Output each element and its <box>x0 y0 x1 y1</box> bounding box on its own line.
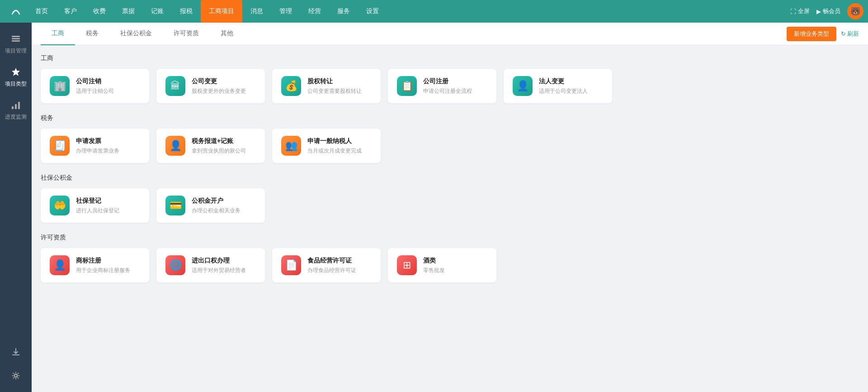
add-type-button[interactable]: 新增业务类型 <box>787 27 836 41</box>
card-desc-社保登记: 进行人员社保登记 <box>76 207 140 215</box>
card-公司变更[interactable]: 🏛公司变更股权变更外的业务变更 <box>156 69 265 103</box>
sidebar-item-progress[interactable]: 进度监测 <box>0 93 32 126</box>
card-公司注册[interactable]: 📋公司注册申请公司注册全流程 <box>388 69 496 103</box>
card-税务报道+记账[interactable]: 👤税务报道+记账拿到营业执照的新公司 <box>156 129 265 163</box>
nav-item-服务[interactable]: 服务 <box>329 0 358 23</box>
card-desc-申请发票: 办理申请发票业务 <box>76 147 140 155</box>
card-info-公司注销: 公司注销适用于注销公司 <box>76 77 140 95</box>
refresh-button[interactable]: ↻ 刷新 <box>841 30 859 38</box>
top-nav-right: ⛶ 全屏 ▶ 畅会员 🐻 <box>790 3 863 19</box>
nav-item-设置[interactable]: 设置 <box>358 0 387 23</box>
section-title-社保公积金: 社保公积金 <box>41 174 859 182</box>
card-法人变更[interactable]: 👤法人变更适用于公司变更法人 <box>504 69 612 103</box>
card-icon-公司注销: 🏢 <box>50 76 70 96</box>
card-title-商标注册: 商标注册 <box>76 257 140 265</box>
card-酒类[interactable]: ⊞酒类零售批发 <box>388 248 496 282</box>
scroll-content: 工商🏢公司注销适用于注销公司🏛公司变更股权变更外的业务变更💰股权转让公司变更需要… <box>32 45 868 392</box>
nav-item-首页[interactable]: 首页 <box>27 0 56 23</box>
nav-item-工商项目[interactable]: 工商项目 <box>201 0 242 23</box>
card-info-公司变更: 公司变更股权变更外的业务变更 <box>192 77 256 95</box>
sidebar-download[interactable] <box>0 340 32 364</box>
card-icon-进出口权办理: 🌐 <box>165 255 185 275</box>
tab-许可资质[interactable]: 许可资质 <box>163 23 210 45</box>
nav-item-收费[interactable]: 收费 <box>85 0 114 23</box>
fullscreen-icon: ⛶ <box>790 8 796 15</box>
card-title-公司注册: 公司注册 <box>423 77 487 86</box>
card-title-法人变更: 法人变更 <box>539 77 603 86</box>
tab-社保公积金[interactable]: 社保公积金 <box>109 23 163 45</box>
fullscreen-label: 全屏 <box>798 7 810 15</box>
section-title-许可资质: 许可资质 <box>41 234 859 242</box>
card-食品经营许可证[interactable]: 📄食品经营许可证办理食品经营许可证 <box>272 248 381 282</box>
nav-item-经营[interactable]: 经营 <box>300 0 329 23</box>
refresh-icon: ↻ <box>841 30 846 37</box>
svg-rect-0 <box>12 36 20 37</box>
svg-point-7 <box>14 374 17 377</box>
card-desc-进出口权办理: 适用于对外贸易经营者 <box>192 267 256 274</box>
card-股权转让[interactable]: 💰股权转让公司变更需要股权转让 <box>272 69 381 103</box>
project-type-icon <box>9 66 22 78</box>
nav-item-票据[interactable]: 票据 <box>114 0 143 23</box>
card-商标注册[interactable]: 👤商标注册用于企业商标注册服务 <box>41 248 149 282</box>
card-desc-税务报道+记账: 拿到营业执照的新公司 <box>192 147 256 155</box>
top-nav-menu: 首页客户收费票据记账报税工商项目消息管理经营服务设置 <box>27 0 790 23</box>
card-title-公积金开户: 公积金开户 <box>192 197 256 205</box>
nav-item-消息[interactable]: 消息 <box>242 0 271 23</box>
card-icon-申请一般纳税人: 👥 <box>281 136 301 156</box>
card-info-税务报道+记账: 税务报道+记账拿到营业执照的新公司 <box>192 137 256 155</box>
card-社保登记[interactable]: 🤲社保登记进行人员社保登记 <box>41 188 149 223</box>
card-desc-公司注销: 适用于注销公司 <box>76 87 140 95</box>
sidebar-label-progress: 进度监测 <box>5 113 27 121</box>
card-icon-食品经营许可证: 📄 <box>281 255 301 275</box>
svg-rect-5 <box>15 104 17 109</box>
sidebar-label-project-type: 项目类型 <box>5 80 27 88</box>
sidebar-item-project-type[interactable]: 项目类型 <box>0 60 32 93</box>
nav-item-管理[interactable]: 管理 <box>271 0 300 23</box>
section-title-工商: 工商 <box>41 54 859 62</box>
cards-grid-工商: 🏢公司注销适用于注销公司🏛公司变更股权变更外的业务变更💰股权转让公司变更需要股权… <box>41 69 859 103</box>
card-title-进出口权办理: 进出口权办理 <box>192 257 256 265</box>
cards-grid-税务: 🧾申请发票办理申请发票业务👤税务报道+记账拿到营业执照的新公司👥申请一般纳税人当… <box>41 129 859 163</box>
card-info-申请发票: 申请发票办理申请发票业务 <box>76 137 140 155</box>
section-title-税务: 税务 <box>41 114 859 122</box>
card-title-申请发票: 申请发票 <box>76 137 140 145</box>
card-icon-社保登记: 🤲 <box>50 196 70 215</box>
vip-btn[interactable]: ▶ 畅会员 <box>816 7 840 15</box>
card-icon-法人变更: 👤 <box>513 76 533 96</box>
vip-icon: ▶ <box>816 8 821 15</box>
card-公积金开户[interactable]: 💳公积金开户办理公积金相关业务 <box>156 188 265 223</box>
nav-item-记账[interactable]: 记账 <box>143 0 172 23</box>
card-title-股权转让: 股权转让 <box>307 77 372 86</box>
nav-item-报税[interactable]: 报税 <box>172 0 201 23</box>
svg-rect-4 <box>12 106 14 109</box>
card-desc-股权转让: 公司变更需要股权转让 <box>307 87 372 95</box>
card-进出口权办理[interactable]: 🌐进出口权办理适用于对外贸易经营者 <box>156 248 265 282</box>
section-工商: 工商🏢公司注销适用于注销公司🏛公司变更股权变更外的业务变更💰股权转让公司变更需要… <box>41 54 859 103</box>
card-info-申请一般纳税人: 申请一般纳税人当月或次月成变更完成 <box>307 137 372 155</box>
tab-bar: 工商税务社保公积金许可资质其他 新增业务类型 ↻ 刷新 <box>32 23 868 45</box>
project-mgmt-icon <box>9 33 22 45</box>
card-icon-商标注册: 👤 <box>50 255 70 275</box>
card-desc-酒类: 零售批发 <box>423 267 487 274</box>
card-icon-酒类: ⊞ <box>397 255 417 275</box>
sidebar-bottom <box>0 340 32 387</box>
sidebar-settings[interactable] <box>0 364 32 387</box>
tab-工商[interactable]: 工商 <box>41 23 75 45</box>
fullscreen-btn[interactable]: ⛶ 全屏 <box>790 7 810 15</box>
card-info-法人变更: 法人变更适用于公司变更法人 <box>539 77 603 95</box>
card-desc-商标注册: 用于企业商标注册服务 <box>76 267 140 274</box>
card-title-社保登记: 社保登记 <box>76 197 140 205</box>
card-申请一般纳税人[interactable]: 👥申请一般纳税人当月或次月成变更完成 <box>272 129 381 163</box>
tab-税务[interactable]: 税务 <box>75 23 109 45</box>
tab-其他[interactable]: 其他 <box>210 23 244 45</box>
card-申请发票[interactable]: 🧾申请发票办理申请发票业务 <box>41 129 149 163</box>
sidebar-item-project-mgmt[interactable]: 项目管理 <box>0 27 32 60</box>
section-税务: 税务🧾申请发票办理申请发票业务👤税务报道+记账拿到营业执照的新公司👥申请一般纳税… <box>41 114 859 163</box>
svg-rect-6 <box>18 102 20 109</box>
card-info-公司注册: 公司注册申请公司注册全流程 <box>423 77 487 95</box>
nav-item-客户[interactable]: 客户 <box>56 0 85 23</box>
card-desc-公司变更: 股权变更外的业务变更 <box>192 87 256 95</box>
card-info-酒类: 酒类零售批发 <box>423 257 487 274</box>
card-公司注销[interactable]: 🏢公司注销适用于注销公司 <box>41 69 149 103</box>
card-title-食品经营许可证: 食品经营许可证 <box>307 257 372 265</box>
